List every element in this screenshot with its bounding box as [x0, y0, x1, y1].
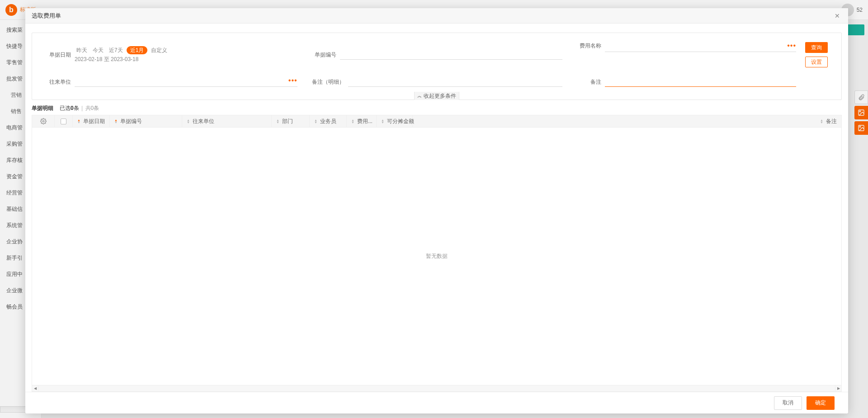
horizontal-scrollbar[interactable]: ◀ ▶ [32, 385, 841, 391]
filter-panel: 单据日期 昨天 今天 近7天 近1月 自定义 2023-02-1 [32, 33, 842, 100]
svg-point-4 [42, 120, 44, 122]
confirm-button[interactable]: 确定 [807, 396, 835, 410]
vendor-picker-icon[interactable]: ••• [288, 76, 297, 85]
collapse-label: 收起更多条件 [424, 92, 456, 100]
result-table: ▲▼ 单据日期 ▲▼ 单据编号 ▲▼ 往来单位 ▲▼ 部门 ▲▼ 业务员 [32, 115, 842, 392]
query-button[interactable]: 查询 [805, 42, 828, 53]
sort-icon: ▲▼ [114, 119, 118, 124]
column-vendor[interactable]: ▲▼ 往来单位 [182, 115, 272, 127]
column-fee[interactable]: ▲▼ 费用... [347, 115, 377, 127]
column-bill-code[interactable]: ▲▼ 单据编号 [110, 115, 182, 127]
scroll-right-icon[interactable]: ▶ [835, 385, 841, 391]
sort-icon: ▲▼ [381, 119, 384, 124]
close-icon[interactable]: ✕ [833, 11, 842, 20]
column-staff[interactable]: ▲▼ 业务员 [310, 115, 347, 127]
detail-title: 单据明细 [32, 104, 53, 112]
column-bill-date[interactable]: ▲▼ 单据日期 [73, 115, 110, 127]
bill-code-input[interactable] [340, 50, 563, 60]
label-remark: 备注 [576, 78, 601, 86]
vendor-input[interactable] [75, 77, 297, 87]
modal-title: 选取费用单 [32, 12, 61, 20]
sort-icon: ▲▼ [351, 119, 354, 124]
select-expense-modal: 选取费用单 ✕ 单据日期 昨天 今天 近7天 [25, 8, 848, 413]
column-settings[interactable] [32, 115, 55, 127]
column-alloc-amount[interactable]: ▲▼ 可分摊金额 [377, 115, 413, 127]
chip-last7[interactable]: 近7天 [107, 46, 125, 54]
sort-icon: ▲▼ [314, 119, 317, 124]
sort-icon: ▲▼ [187, 119, 190, 124]
fee-name-input[interactable] [605, 42, 796, 52]
table-empty: 暂无数据 [32, 128, 841, 385]
chip-today[interactable]: 今天 [91, 46, 105, 54]
sort-icon: ▲▼ [276, 119, 279, 124]
chip-yesterday[interactable]: 昨天 [75, 46, 89, 54]
chevron-up-icon: ︽ [417, 93, 422, 99]
column-dept[interactable]: ▲▼ 部门 [272, 115, 310, 127]
date-range-text: 2023-02-18 至 2023-03-18 [75, 56, 297, 63]
chip-last1m[interactable]: 近1月 [127, 46, 148, 54]
label-fee-name: 费用名称 [576, 42, 601, 50]
sort-icon: ▲▼ [77, 119, 80, 124]
collapse-toggle[interactable]: ︽ 收起更多条件 [414, 92, 459, 100]
label-bill-code: 单据编号 [311, 51, 336, 59]
scroll-left-icon[interactable]: ◀ [32, 385, 38, 391]
checkbox-icon [61, 119, 66, 124]
cancel-button[interactable]: 取消 [774, 396, 802, 410]
column-remark[interactable]: ▲▼ 备注 [413, 115, 841, 127]
fee-name-picker-icon[interactable]: ••• [787, 41, 796, 50]
sort-icon: ▲▼ [820, 119, 823, 124]
selection-count: 已选0条 | 共0条 [60, 104, 99, 112]
label-bill-date: 单据日期 [46, 51, 71, 59]
remark-detail-input[interactable] [348, 77, 563, 87]
remark-input[interactable] [605, 77, 796, 87]
label-vendor: 往来单位 [46, 78, 71, 86]
label-remark-detail: 备注（明细） [311, 78, 344, 86]
column-select-all[interactable] [55, 115, 73, 127]
chip-custom[interactable]: 自定义 [149, 46, 169, 54]
gear-icon [40, 118, 47, 124]
settings-button[interactable]: 设置 [805, 57, 828, 67]
